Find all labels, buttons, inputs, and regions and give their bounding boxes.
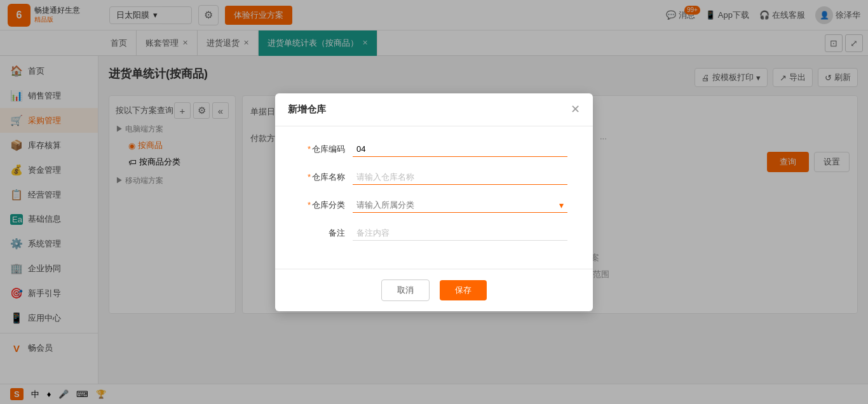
modal-footer: 取消 保存 [275,269,593,311]
modal-overlay: 新增仓库 ✕ *仓库编码 *仓库名称 [0,0,868,404]
warehouse-name-row: *仓库名称 [301,170,567,185]
save-button[interactable]: 保存 [440,280,487,300]
warehouse-name-input[interactable] [353,170,567,185]
warehouse-category-input[interactable] [353,198,567,213]
warehouse-category-label: *仓库分类 [301,199,345,211]
modal-header: 新增仓库 ✕ [275,93,593,126]
warehouse-code-input[interactable] [353,142,567,157]
warehouse-category-row: *仓库分类 ▾ [301,198,567,213]
cancel-button[interactable]: 取消 [381,279,430,301]
modal-close-button[interactable]: ✕ [571,104,580,115]
warehouse-category-select-wrapper: ▾ [353,198,567,213]
add-warehouse-modal: 新增仓库 ✕ *仓库编码 *仓库名称 [275,93,593,311]
modal-title: 新增仓库 [288,104,326,116]
warehouse-remark-input[interactable] [353,226,567,241]
warehouse-code-label: *仓库编码 [301,144,345,155]
warehouse-remark-label: 备注 [301,227,345,239]
warehouse-code-row: *仓库编码 [301,142,567,157]
modal-body: *仓库编码 *仓库名称 *仓库分类 [275,126,593,269]
warehouse-remark-row: 备注 [301,226,567,241]
warehouse-name-label: *仓库名称 [301,172,345,183]
category-chevron-icon: ▾ [559,200,564,210]
